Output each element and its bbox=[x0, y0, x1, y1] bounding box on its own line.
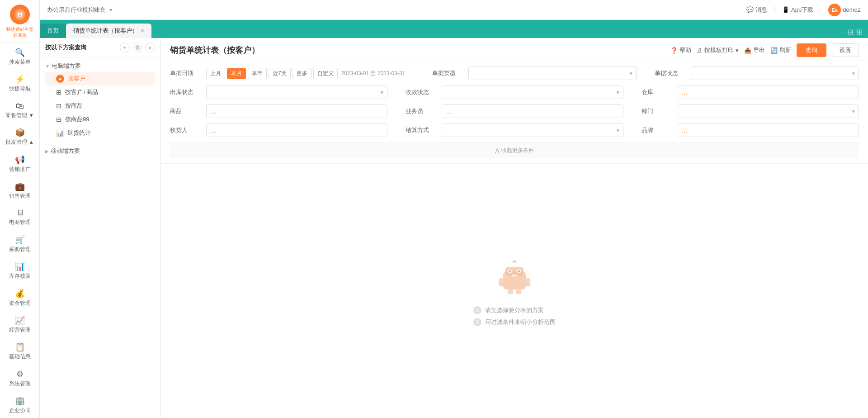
sidebar-item-finance-label: 资金管理 bbox=[9, 300, 31, 306]
recipient-select[interactable]: ... bbox=[206, 124, 387, 137]
desktop-scheme-header[interactable]: ▼ 电脑端方案 bbox=[45, 60, 155, 72]
dept-select[interactable]: ▾ bbox=[678, 104, 859, 118]
date-label: 单据日期 bbox=[170, 69, 197, 77]
goods-dots: ... bbox=[210, 107, 216, 115]
scheme-item-customer-goods-label: 按客户+商品 bbox=[65, 88, 98, 96]
sidebar-item-finance[interactable]: 💰 资金管理 bbox=[0, 284, 39, 311]
sidebar-item-basic[interactable]: 📋 基础信息 bbox=[0, 337, 39, 364]
tab-expand-area: ⊟ ⊞ bbox=[847, 28, 868, 38]
page-header: 销货单统计表（按客户） ❓ 帮助 🖨 按模板打印 ▾ 📤 导出 bbox=[161, 38, 868, 61]
mobile-scheme-header[interactable]: ▶ 移动端方案 bbox=[45, 145, 155, 157]
sidebar-item-retail-label: 零售管理 ▼ bbox=[5, 112, 34, 119]
sidebar-item-inventory-label: 库存核算 bbox=[9, 273, 31, 279]
sidebar-item-sales[interactable]: 💼 销售管理 bbox=[0, 177, 39, 204]
basic-icon: 📋 bbox=[15, 342, 25, 352]
scheme-item-goods[interactable]: ⊟ 按商品 bbox=[45, 99, 155, 113]
scheme-item-goods99[interactable]: ⊟ 按商品99 bbox=[45, 113, 155, 126]
svg-point-13 bbox=[513, 260, 516, 263]
staff-select[interactable]: ... bbox=[442, 104, 623, 118]
sidebar-item-marketing-label: 营销推广 bbox=[9, 166, 31, 172]
scheme-item-customer-goods[interactable]: ⊞ 按客户+商品 bbox=[45, 86, 155, 99]
collapse-bar[interactable]: ⋀ 收起更多条件 bbox=[170, 142, 859, 158]
empty-tip-2: ② 用过滤条件来缩小分析范围 bbox=[473, 318, 556, 326]
recipient-dots: ... bbox=[210, 126, 216, 134]
out-status-dropdown-icon: ▾ bbox=[381, 90, 383, 95]
warehouse-select[interactable]: ... bbox=[678, 86, 859, 99]
refresh-button[interactable]: 🔄 刷新 bbox=[770, 46, 791, 54]
sidebar-item-operations[interactable]: 📈 经营管理 bbox=[0, 311, 39, 337]
sidebar-item-inventory[interactable]: 📊 库存核算 bbox=[0, 257, 39, 284]
status-select[interactable]: ▾ bbox=[691, 66, 859, 80]
query-button[interactable]: 查询 bbox=[797, 43, 826, 57]
sidebar-item-ecommerce[interactable]: 🖥 电商管理 bbox=[0, 204, 39, 230]
messages-button[interactable]: 💬 消息 bbox=[746, 6, 767, 14]
pay-status-select[interactable]: ▾ bbox=[442, 86, 623, 99]
header-dropdown[interactable]: ▾ bbox=[109, 7, 112, 13]
scheme-settings-button[interactable]: ⚙ bbox=[132, 43, 142, 52]
date-btn-custom[interactable]: 自定义 bbox=[313, 68, 338, 79]
type-label: 单据类型 bbox=[432, 69, 459, 77]
divider2 bbox=[821, 6, 821, 14]
date-btn-7days[interactable]: 近7天 bbox=[269, 68, 291, 79]
page-actions: ❓ 帮助 🖨 按模板打印 ▾ 📤 导出 🔄 刷新 bbox=[670, 43, 859, 57]
collapse-panel-button[interactable]: « bbox=[145, 43, 155, 52]
print-button[interactable]: 🖨 按模板打印 ▾ bbox=[697, 46, 739, 54]
print-icon: 🖨 bbox=[697, 47, 703, 54]
sidebar-item-system[interactable]: ⚙ 系统管理 bbox=[0, 365, 39, 391]
sidebar-item-wholesale[interactable]: 📦 批发管理 ▲ bbox=[0, 123, 39, 150]
date-group: 上月 本月 本年 近7天 更多 自定义 2023-03-01 至 2023-03… bbox=[206, 68, 405, 79]
collapse-label: 收起更多条件 bbox=[501, 147, 534, 154]
type-select[interactable]: ▾ bbox=[468, 66, 637, 80]
dept-label: 部门 bbox=[642, 107, 669, 115]
scheme-item-returns-label: 退货统计 bbox=[67, 129, 91, 137]
date-btn-last-month[interactable]: 上月 bbox=[206, 68, 225, 79]
out-status-select[interactable]: ▾ bbox=[206, 86, 387, 99]
date-btn-this-year[interactable]: 本年 bbox=[248, 68, 267, 79]
tip2-num: ② bbox=[473, 318, 481, 326]
sidebar-item-purchase[interactable]: 🛒 采购管理 bbox=[0, 230, 39, 257]
sidebar-item-enterprise[interactable]: 🏢 企业协同 bbox=[0, 391, 39, 418]
maximize-icon[interactable]: ⊞ bbox=[857, 28, 863, 36]
tab-close-button[interactable]: × bbox=[141, 28, 144, 34]
sidebar: 好 畅捷通好生意 标准版 🔍 搜索菜单 ⚡ 快捷导航 🛍 零售管理 ▼ 📦 批发… bbox=[0, 0, 40, 418]
retail-icon: 🛍 bbox=[16, 101, 24, 111]
payment-dropdown-icon: ▾ bbox=[617, 128, 619, 133]
user-area[interactable]: Ea demo2 bbox=[828, 4, 861, 16]
scheme-item-returns[interactable]: 📊 退货统计 bbox=[45, 126, 155, 140]
settings-button[interactable]: 设置 bbox=[832, 43, 859, 57]
sidebar-item-search[interactable]: 🔍 搜索菜单 bbox=[0, 43, 39, 70]
help-button[interactable]: ❓ 帮助 bbox=[670, 46, 691, 54]
tip2-text: 用过滤条件来缩小分析范围 bbox=[485, 318, 556, 326]
payment-select[interactable]: ▾ bbox=[442, 124, 623, 137]
sidebar-item-operations-label: 经营管理 bbox=[9, 327, 31, 333]
customer-goods-icon: ⊞ bbox=[56, 89, 61, 96]
brand-select[interactable]: ... bbox=[678, 124, 859, 137]
add-scheme-button[interactable]: + bbox=[120, 43, 130, 52]
status-dropdown-icon: ▾ bbox=[852, 71, 855, 76]
sidebar-item-sales-label: 销售管理 bbox=[9, 193, 31, 199]
tab-home[interactable]: 首页 bbox=[40, 24, 66, 38]
arrow-down-icon: ▼ bbox=[45, 64, 50, 69]
sidebar-item-marketing[interactable]: 📢 营销推广 bbox=[0, 150, 39, 177]
goods-label: 商品 bbox=[170, 107, 197, 115]
minimize-icon[interactable]: ⊟ bbox=[847, 28, 853, 36]
logo-text: 畅捷通好生意 标准版 bbox=[6, 26, 33, 38]
scheme-item-goods99-label: 按商品99 bbox=[65, 115, 89, 124]
sidebar-item-shortcut[interactable]: ⚡ 快捷导航 bbox=[0, 70, 39, 96]
app-download-button[interactable]: 📱 App下载 bbox=[782, 6, 813, 14]
active-scheme-indicator: ● bbox=[56, 75, 64, 83]
date-btn-more[interactable]: 更多 bbox=[292, 68, 311, 79]
goods-select[interactable]: ... bbox=[206, 104, 387, 118]
left-panel: 按以下方案查询 + ⚙ « ▼ 电脑端方案 ● 按客户 bbox=[40, 38, 161, 418]
enterprise-icon: 🏢 bbox=[15, 396, 25, 406]
status-label: 单据状态 bbox=[655, 69, 682, 77]
date-btn-this-month[interactable]: 本月 bbox=[227, 68, 246, 79]
tab-active[interactable]: 销货单统计表（按客户） × bbox=[66, 24, 151, 38]
scheme-item-by-customer[interactable]: ● 按客户 bbox=[45, 72, 155, 86]
export-button[interactable]: 📤 导出 bbox=[744, 46, 765, 54]
empty-tip-1: ① 请先选择要分析的方案 bbox=[473, 306, 556, 314]
pay-status-label: 收款状态 bbox=[406, 88, 433, 96]
app-download-label: App下载 bbox=[791, 6, 813, 14]
desktop-scheme-section: ▼ 电脑端方案 ● 按客户 ⊞ 按客户+商品 ⊟ 按商品 ⊟ 按商品99 bbox=[40, 57, 160, 142]
sidebar-item-retail[interactable]: 🛍 零售管理 ▼ bbox=[0, 97, 39, 123]
